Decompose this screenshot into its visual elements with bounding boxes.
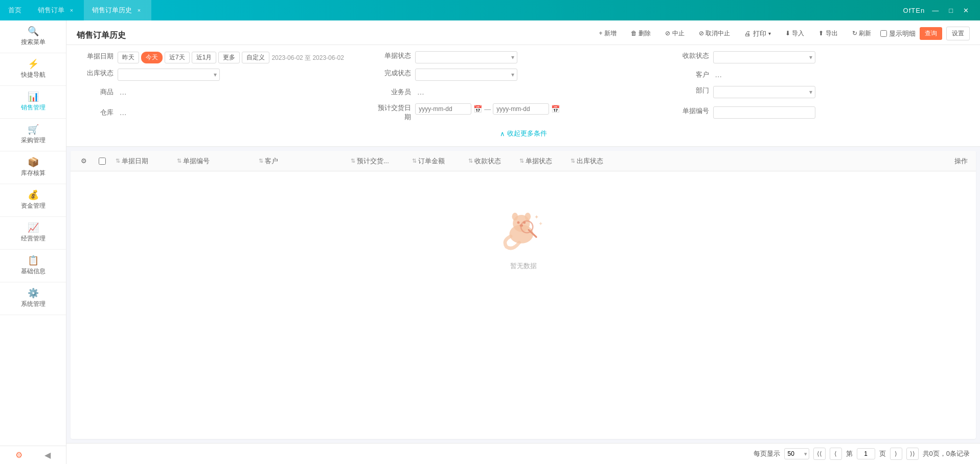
delivery-date-end-cal[interactable]: 📅 bbox=[551, 105, 560, 113]
warehouse-dots[interactable]: ... bbox=[118, 108, 128, 117]
warehouse-control: ... bbox=[118, 108, 369, 117]
customer-control: ... bbox=[713, 70, 965, 79]
out-status-select[interactable] bbox=[118, 69, 220, 81]
goods-dots[interactable]: ... bbox=[118, 87, 128, 97]
next-page-btn[interactable]: ⟩ bbox=[890, 448, 902, 460]
doc-status-select[interactable] bbox=[415, 51, 517, 63]
delete-button[interactable]: 🗑 删除 bbox=[626, 27, 656, 40]
sidebar-item-quick-nav[interactable]: ⚡ 快捷导航 bbox=[0, 53, 66, 86]
salesperson-dots[interactable]: ... bbox=[415, 87, 426, 97]
th-delivery-date-sort-icon: ⇅ bbox=[351, 158, 355, 164]
system-icon: ⚙️ bbox=[28, 289, 39, 298]
stop-button[interactable]: ⊘ 中止 bbox=[660, 27, 689, 40]
complete-status-select[interactable] bbox=[415, 69, 517, 81]
select-all-checkbox[interactable] bbox=[99, 158, 106, 165]
maximize-btn[interactable]: □ bbox=[946, 7, 956, 14]
new-button[interactable]: + 新增 bbox=[594, 27, 622, 40]
th-checkbox[interactable] bbox=[93, 158, 111, 165]
sidebar-collapse-icon[interactable]: ◀ bbox=[44, 450, 51, 460]
th-doc-status-label: 单据状态 bbox=[526, 157, 552, 166]
display-checkbox[interactable] bbox=[880, 30, 887, 37]
sidebar-item-finance[interactable]: 💰 资金管理 bbox=[0, 184, 66, 217]
th-doc-no[interactable]: ⇅ 单据编号 bbox=[173, 157, 255, 166]
date-btn-yesterday[interactable]: 昨天 bbox=[118, 52, 139, 63]
doc-no-input[interactable] bbox=[713, 106, 815, 119]
sidebar-settings-icon[interactable]: ⚙ bbox=[15, 450, 22, 460]
salesperson-label: 业务员 bbox=[374, 87, 415, 97]
sidebar-item-search-menu[interactable]: 🔍 搜索菜单 bbox=[0, 20, 66, 53]
th-customer[interactable]: ⇅ 客户 bbox=[255, 157, 347, 166]
sidebar-search-menu-label: 搜索菜单 bbox=[21, 38, 45, 47]
sidebar-quick-nav-label: 快捷导航 bbox=[21, 71, 45, 79]
settings-button[interactable]: 设置 bbox=[946, 27, 970, 40]
date-btn-today[interactable]: 今天 bbox=[141, 52, 163, 63]
svg-point-3 bbox=[525, 213, 531, 220]
toolbar: + 新增 🗑 删除 ⊘ 中止 ⊘ 取消中止 🖨 打印 ▾ ⬇ 导入 ⬆ 导出 ↻… bbox=[594, 27, 970, 45]
department-select[interactable] bbox=[713, 86, 815, 98]
th-doc-date[interactable]: ⇅ 单据日期 bbox=[111, 157, 173, 166]
tab-sales-order[interactable]: 销售订单 × bbox=[30, 0, 84, 20]
last-page-btn[interactable]: ⟩⟩ bbox=[906, 448, 919, 460]
query-button[interactable]: 查询 bbox=[920, 27, 942, 40]
print-button[interactable]: 🖨 打印 ▾ bbox=[739, 27, 776, 40]
filter-group-payment-status: 收款状态 bbox=[672, 51, 965, 63]
delivery-date-start-cal[interactable]: 📅 bbox=[473, 105, 482, 113]
tab-sales-order-history[interactable]: 销售订单历史 × bbox=[84, 0, 151, 20]
salesperson-control: ... bbox=[415, 87, 667, 97]
th-doc-status[interactable]: ⇅ 单据状态 bbox=[515, 157, 566, 166]
payment-status-select[interactable] bbox=[713, 51, 815, 63]
delivery-date-start-input[interactable] bbox=[415, 103, 471, 115]
empty-illustration: ✦ ✦ bbox=[498, 202, 549, 253]
sidebar-item-sales[interactable]: 📊 销售管理 bbox=[0, 86, 66, 119]
sidebar-item-inventory[interactable]: 📦 库存核算 bbox=[0, 151, 66, 184]
customer-dots[interactable]: ... bbox=[713, 70, 724, 79]
delivery-date-end-input[interactable] bbox=[493, 103, 549, 115]
minimize-btn[interactable]: — bbox=[929, 7, 942, 14]
tab-sales-order-close[interactable]: × bbox=[67, 6, 76, 14]
display-toggle[interactable]: 显示明细 bbox=[880, 29, 916, 38]
sidebar-sales-label: 销售管理 bbox=[21, 103, 45, 112]
doc-status-control bbox=[415, 51, 667, 63]
close-btn[interactable]: ✕ bbox=[960, 7, 972, 14]
first-page-btn[interactable]: ⟨⟨ bbox=[813, 448, 826, 460]
tab-sales-order-history-label: 销售订单历史 bbox=[92, 6, 132, 15]
th-settings[interactable]: ⚙ bbox=[75, 157, 93, 165]
sidebar-item-purchase[interactable]: 🛒 采购管理 bbox=[0, 119, 66, 151]
th-payment-status[interactable]: ⇅ 收款状态 bbox=[464, 157, 515, 166]
tab-home[interactable]: 首页 bbox=[0, 0, 30, 20]
sidebar-basic-label: 基础信息 bbox=[21, 267, 45, 276]
page-input[interactable] bbox=[857, 448, 875, 459]
per-page-select[interactable]: 50 10 20 100 bbox=[784, 448, 809, 459]
tab-sales-order-history-close[interactable]: × bbox=[135, 6, 143, 14]
th-delivery-date[interactable]: ⇅ 预计交货... bbox=[347, 157, 408, 166]
th-out-status[interactable]: ⇅ 出库状态 bbox=[566, 157, 618, 166]
tab-sales-order-label: 销售订单 bbox=[38, 6, 64, 15]
department-select-wrap bbox=[713, 86, 815, 98]
export-button[interactable]: ⬆ 导出 bbox=[813, 27, 842, 40]
window-controls: OfTEn — □ ✕ bbox=[903, 7, 980, 14]
collapse-bar[interactable]: ∧ 收起更多条件 bbox=[77, 127, 970, 140]
th-doc-status-sort-icon: ⇅ bbox=[519, 158, 524, 164]
prev-page-btn[interactable]: ⟨ bbox=[830, 448, 842, 460]
th-action-label: 操作 bbox=[954, 157, 968, 166]
date-btn-7days[interactable]: 近7天 bbox=[165, 52, 190, 63]
th-order-amount[interactable]: ⇅ 订单金额 bbox=[408, 157, 464, 166]
th-order-amount-label: 订单金额 bbox=[418, 157, 445, 166]
payment-status-select-wrap bbox=[713, 51, 815, 63]
delivery-date-control: 📅 — 📅 bbox=[415, 103, 667, 115]
date-btn-custom[interactable]: 自定义 bbox=[242, 52, 269, 63]
payment-status-control bbox=[713, 51, 965, 63]
refresh-button[interactable]: ↻ 刷新 bbox=[847, 27, 876, 40]
sidebar-item-basic[interactable]: 📋 基础信息 bbox=[0, 250, 66, 282]
import-button[interactable]: ⬇ 导入 bbox=[780, 27, 809, 40]
sidebar-item-operations[interactable]: 📈 经营管理 bbox=[0, 217, 66, 250]
svg-text:✦: ✦ bbox=[534, 214, 538, 220]
cancel-stop-button[interactable]: ⊘ 取消中止 bbox=[694, 27, 735, 40]
warehouse-label: 仓库 bbox=[77, 108, 118, 117]
settings-gear-icon: ⚙ bbox=[81, 157, 87, 165]
filter-group-delivery-date: 预计交货日期 📅 — 📅 bbox=[374, 103, 667, 122]
date-btn-1month[interactable]: 近1月 bbox=[192, 52, 217, 63]
sidebar-item-system[interactable]: ⚙️ 系统管理 bbox=[0, 282, 66, 315]
date-btn-more[interactable]: 更多 bbox=[218, 52, 240, 63]
filter-group-out-status: 出库状态 bbox=[77, 69, 369, 81]
